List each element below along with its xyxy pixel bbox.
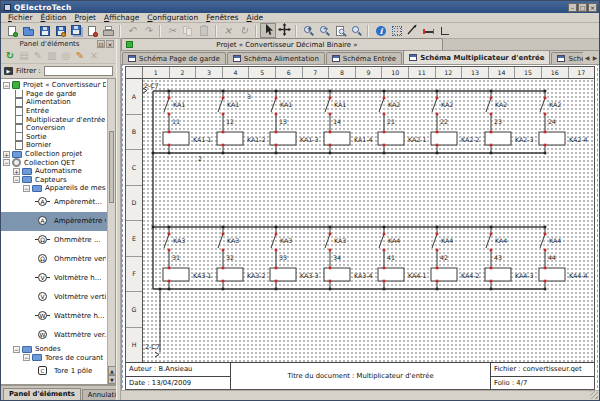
relay-coil[interactable] [378, 268, 404, 281]
zoom-in-button[interactable]: + [300, 23, 316, 38]
filter-input[interactable] [44, 66, 113, 76]
relay-coil[interactable] [431, 268, 457, 281]
wire[interactable] [325, 234, 330, 248]
schema-tab[interactable]: Schéma Multiplicateur d'entrée [403, 51, 550, 64]
tree-item[interactable]: Bornier [1, 141, 115, 150]
wire[interactable] [432, 98, 437, 112]
tree-item[interactable]: Sortie [1, 133, 115, 142]
tree-item[interactable]: WWattmètre h... [1, 307, 115, 326]
redo-button[interactable]: ↷ [140, 23, 156, 38]
tree-item[interactable]: WWattmètre ver... [1, 326, 115, 345]
wire[interactable] [155, 355, 159, 358]
relay-coil[interactable] [217, 132, 243, 145]
tab-scroll-right-icon[interactable]: ▶ [591, 52, 599, 64]
tree-item[interactable]: +Automatisme [1, 167, 115, 176]
tree-item[interactable]: Alimentation [1, 98, 115, 107]
zoom-reset-button[interactable] [348, 23, 364, 38]
close-project-button[interactable] [84, 23, 100, 38]
float-panel-icon[interactable]: ⊡ [97, 40, 105, 48]
dock-tab-paneldelements[interactable]: Panel d'éléments [3, 388, 81, 400]
rotate-button[interactable]: ↻ [236, 23, 252, 38]
copy-button[interactable] [180, 23, 196, 38]
wire[interactable] [218, 98, 223, 112]
scroll-down-icon[interactable]: ▼ [108, 375, 116, 384]
wire[interactable] [155, 352, 159, 355]
tree-item[interactable]: Entrée [1, 107, 115, 116]
maximize-icon[interactable]: □ [578, 3, 587, 12]
add-conductor-button[interactable] [420, 23, 436, 38]
relay-coil[interactable] [485, 132, 511, 145]
window-titlebar[interactable]: QElectroTech – □ × [1, 1, 599, 13]
undo-button[interactable]: ↶ [124, 23, 140, 38]
relay-coil[interactable] [270, 268, 296, 281]
save-button[interactable] [36, 23, 52, 38]
paste-button[interactable] [196, 23, 212, 38]
zoom-fit-button[interactable] [332, 23, 348, 38]
add-text-button[interactable] [404, 23, 420, 38]
wire[interactable] [271, 234, 276, 248]
cut-button[interactable]: ✂ [164, 23, 180, 38]
add-corner-button[interactable] [436, 23, 452, 38]
tree-item[interactable]: +Collection projet [1, 150, 115, 159]
close-icon[interactable]: × [588, 3, 597, 12]
scroll-up-icon[interactable]: ▲ [108, 366, 116, 375]
pan-mode-button[interactable] [276, 23, 292, 38]
relay-coil[interactable] [431, 132, 457, 145]
edit-element-button[interactable]: ✎ [31, 50, 45, 63]
wire[interactable] [218, 234, 223, 248]
wire[interactable] [486, 234, 491, 248]
wire[interactable] [379, 234, 384, 248]
tree-item[interactable]: Conversion [1, 124, 115, 133]
menu-affichage[interactable]: Affichage [100, 13, 143, 22]
duplicate-element-button[interactable]: ▥ [45, 50, 59, 63]
save-all-button[interactable] [68, 23, 84, 38]
wire[interactable] [143, 91, 147, 94]
wire[interactable] [540, 98, 545, 112]
diagram-grid-button[interactable] [388, 23, 404, 38]
menu-configuration[interactable]: Configuration [143, 13, 202, 22]
relay-coil[interactable] [163, 268, 189, 281]
wire[interactable] [540, 234, 545, 248]
wire[interactable] [486, 98, 491, 112]
collapse-icon[interactable]: − [3, 82, 10, 89]
relay-coil[interactable] [217, 268, 243, 281]
wire[interactable] [432, 234, 437, 248]
expand-icon[interactable]: + [13, 168, 20, 175]
wire[interactable] [379, 98, 384, 112]
tree-item[interactable]: VVoltmètre vertical [1, 288, 115, 307]
wire[interactable] [164, 234, 169, 248]
relay-coil[interactable] [485, 268, 511, 281]
diagram-info-button[interactable]: i [372, 23, 388, 38]
resize-grip[interactable] [590, 391, 598, 399]
relay-coil[interactable] [324, 268, 350, 281]
tree-item[interactable]: AAmpèremèt... [1, 193, 115, 212]
elements-panel-titlebar[interactable]: Panel d'éléments ⊡ × [1, 39, 116, 49]
tree-item[interactable]: VVoltmètre h... [1, 269, 115, 288]
relay-coil[interactable] [324, 132, 350, 145]
relay-coil[interactable] [539, 268, 565, 281]
menu-edition[interactable]: Édition [37, 13, 71, 22]
collapse-icon[interactable]: − [13, 176, 20, 183]
tree-item[interactable]: ΩOhmmètre vert... [1, 250, 115, 269]
delete-button[interactable]: × [220, 23, 236, 38]
menu-projet[interactable]: Projet [71, 13, 101, 22]
close-panel-icon[interactable]: × [106, 40, 114, 48]
schema-tab[interactable]: Schéma Entrée [326, 52, 402, 64]
relay-coil[interactable] [270, 132, 296, 145]
menu-fenetres[interactable]: Fenêtres [202, 13, 242, 22]
schema-tab[interactable]: Schéma Alimentation [227, 52, 325, 64]
collapse-icon[interactable]: − [13, 346, 20, 353]
edit-category-button[interactable]: ✎ [73, 50, 87, 63]
browse-element-button[interactable]: ◎ [59, 50, 73, 63]
menu-aide[interactable]: Aide [242, 13, 267, 22]
open-project-button[interactable] [20, 23, 36, 38]
new-diagram-button[interactable] [4, 23, 20, 38]
wire[interactable] [164, 98, 169, 112]
collapse-icon[interactable]: − [23, 185, 30, 192]
tree-item[interactable]: Multiplicateur d'entrée [1, 115, 115, 124]
tree-item[interactable]: CTore 1 pôle [1, 362, 115, 381]
tree-item[interactable]: Page de garde [1, 90, 115, 99]
tree-item[interactable]: −Sondes [1, 345, 115, 354]
wire[interactable] [325, 98, 330, 112]
tree-item[interactable]: −Projet « Convertisseur Déci... [1, 81, 115, 90]
